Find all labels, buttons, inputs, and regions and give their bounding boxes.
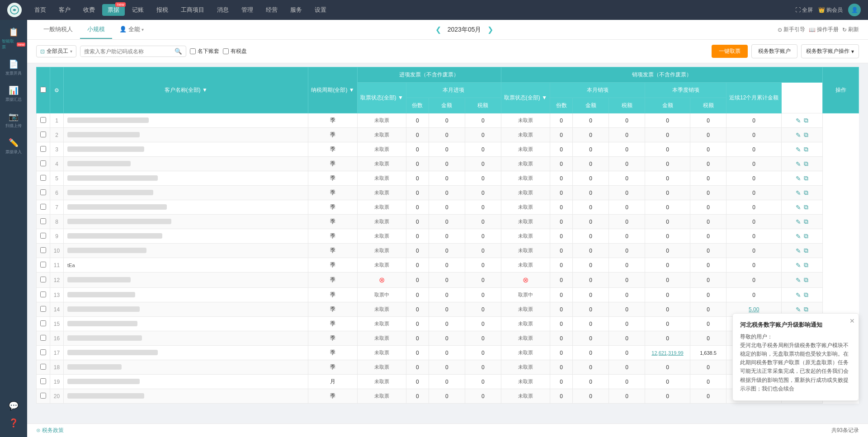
tax-digital-ops-btn[interactable]: 税务数字账户操作 ▾ bbox=[801, 44, 859, 58]
copy-icon[interactable]: ⧉ bbox=[804, 203, 808, 211]
nav-fee[interactable]: 收费 bbox=[78, 4, 100, 16]
nav-service[interactable]: 服务 bbox=[285, 4, 307, 16]
edit-icon[interactable]: ✎ bbox=[796, 277, 801, 284]
edit-icon[interactable]: ✎ bbox=[796, 175, 801, 182]
row-checkbox[interactable] bbox=[40, 335, 46, 341]
tax-policy-link[interactable]: ⊙ 税务政策 bbox=[36, 427, 64, 434]
edit-icon[interactable]: ✎ bbox=[796, 233, 801, 240]
copy-icon[interactable]: ⧉ bbox=[804, 232, 808, 240]
tab-all[interactable]: 👤 全能 ▾ bbox=[112, 21, 151, 39]
th-out-status[interactable]: 取票状态(全部) ▼ bbox=[501, 83, 550, 113]
row-checkbox[interactable] bbox=[40, 320, 46, 326]
row-checkbox[interactable] bbox=[40, 378, 46, 384]
row-checkbox[interactable] bbox=[40, 146, 46, 152]
edit-icon[interactable]: ✎ bbox=[796, 146, 801, 153]
one-click-ticket-btn[interactable]: 一键取票 bbox=[712, 45, 748, 58]
employee-select[interactable]: ⊡ 全部员工 ▾ bbox=[36, 45, 76, 57]
next-month-btn[interactable]: ❯ bbox=[485, 24, 496, 35]
row-checkbox[interactable] bbox=[40, 247, 46, 253]
row-checkbox[interactable] bbox=[40, 175, 46, 181]
copy-icon[interactable]: ⧉ bbox=[804, 305, 808, 313]
edit-icon[interactable]: ✎ bbox=[796, 117, 801, 124]
copy-icon[interactable]: ⧉ bbox=[804, 160, 808, 168]
copy-icon[interactable]: ⧉ bbox=[804, 174, 808, 182]
edit-icon[interactable]: ✎ bbox=[796, 247, 801, 254]
edit-icon[interactable]: ✎ bbox=[796, 306, 801, 313]
nav-settings[interactable]: 设置 bbox=[309, 4, 332, 16]
nav-tax[interactable]: 报税 bbox=[151, 4, 174, 16]
tax-disk-checkbox[interactable] bbox=[223, 48, 229, 54]
sidebar-item-smart-ticket[interactable]: 📋 智能取票 new bbox=[0, 23, 27, 54]
nav-accounting[interactable]: 记账 bbox=[127, 4, 149, 16]
copy-icon[interactable]: ⧉ bbox=[804, 291, 808, 299]
row-checkbox[interactable] bbox=[40, 132, 46, 137]
fullscreen-btn[interactable]: ⛶ 全屏 bbox=[795, 6, 813, 14]
th-tax-cycle[interactable]: 纳税周期(全部) ▼ bbox=[308, 67, 357, 113]
select-all-checkbox[interactable] bbox=[40, 87, 46, 93]
sidebar-item-scan-upload[interactable]: 📷 扫描上传 bbox=[0, 108, 27, 132]
tax-disk-checkbox-label[interactable]: 有税盘 bbox=[223, 47, 247, 55]
copy-icon[interactable]: ⧉ bbox=[804, 247, 808, 254]
search-button[interactable]: 🔍 bbox=[171, 46, 186, 56]
search-input[interactable] bbox=[80, 47, 171, 56]
row-checkbox[interactable] bbox=[40, 349, 46, 355]
edit-icon[interactable]: ✎ bbox=[796, 160, 801, 168]
row-checkbox[interactable] bbox=[40, 233, 46, 239]
nav-manage[interactable]: 管理 bbox=[236, 4, 259, 16]
sidebar-item-chat[interactable]: 💬 bbox=[7, 397, 20, 414]
row-checkbox[interactable] bbox=[40, 218, 46, 224]
tab-small-scale[interactable]: 小规模 bbox=[80, 21, 112, 39]
edit-icon[interactable]: ✎ bbox=[796, 218, 801, 226]
sidebar-item-invoice-entry[interactable]: ✏️ 票据录入 bbox=[0, 134, 27, 159]
sidebar-item-invoice-summary[interactable]: 📊 票据汇总 bbox=[0, 82, 27, 106]
copy-icon[interactable]: ⧉ bbox=[804, 131, 808, 139]
user-avatar[interactable]: 👤 bbox=[848, 4, 861, 16]
edit-icon[interactable]: ✎ bbox=[796, 262, 801, 269]
edit-icon[interactable]: ✎ bbox=[796, 291, 801, 299]
actions-cell: ✎ ⧉ bbox=[782, 113, 823, 128]
manual-btn[interactable]: 📖 操作手册 bbox=[809, 26, 839, 33]
sidebar-item-help[interactable]: ❓ bbox=[7, 414, 20, 432]
sidebar-item-invoice-issue[interactable]: 📄 发票开具 bbox=[0, 56, 27, 80]
row-checkbox[interactable] bbox=[40, 393, 46, 399]
row-checkbox[interactable] bbox=[40, 306, 46, 312]
row-checkbox[interactable] bbox=[40, 291, 46, 297]
row-checkbox[interactable] bbox=[40, 277, 46, 282]
nav-invoice[interactable]: 票据 new bbox=[102, 4, 125, 16]
row-checkbox[interactable] bbox=[40, 364, 46, 370]
nav-message[interactable]: 消息 bbox=[212, 4, 234, 16]
logo[interactable] bbox=[7, 3, 22, 17]
ledger-checkbox[interactable] bbox=[190, 48, 196, 54]
tab-general-taxpayer[interactable]: 一般纳税人 bbox=[36, 21, 80, 39]
row-checkbox[interactable] bbox=[40, 262, 46, 268]
prev-month-btn[interactable]: ❮ bbox=[433, 24, 444, 35]
copy-icon[interactable]: ⧉ bbox=[804, 218, 808, 226]
copy-icon[interactable]: ⧉ bbox=[804, 276, 808, 284]
tax-digital-account-btn[interactable]: 税务数字账户 bbox=[751, 44, 797, 58]
nav-customer[interactable]: 客户 bbox=[53, 4, 76, 16]
nav-operations[interactable]: 经营 bbox=[260, 4, 283, 16]
copy-icon[interactable]: ⧉ bbox=[804, 117, 808, 124]
ledger-checkbox-label[interactable]: 名下账套 bbox=[190, 47, 219, 55]
q-amount: 0 bbox=[666, 379, 669, 385]
nav-business[interactable]: 工商项目 bbox=[175, 4, 210, 16]
q-amount: 0 bbox=[666, 335, 669, 342]
member-btn[interactable]: 👑 购会员 bbox=[818, 6, 843, 14]
copy-icon[interactable]: ⧉ bbox=[804, 261, 808, 269]
copy-icon[interactable]: ⧉ bbox=[804, 189, 808, 197]
th-in-status[interactable]: 取票状态(全部) ▼ bbox=[357, 83, 406, 113]
row-checkbox[interactable] bbox=[40, 189, 46, 195]
th-client-name[interactable]: 客户名称(全部) ▼ bbox=[64, 67, 308, 113]
row-checkbox[interactable] bbox=[40, 117, 46, 123]
copy-icon[interactable]: ⧉ bbox=[804, 146, 808, 153]
refresh-btn[interactable]: ↻ 刷新 bbox=[842, 26, 859, 33]
nav-home[interactable]: 首页 bbox=[29, 4, 52, 16]
in-tax-cell: 0 bbox=[465, 215, 501, 229]
row-checkbox[interactable] bbox=[40, 160, 46, 166]
row-checkbox[interactable] bbox=[40, 204, 46, 210]
edit-icon[interactable]: ✎ bbox=[796, 204, 801, 211]
edit-icon[interactable]: ✎ bbox=[796, 189, 801, 197]
edit-icon[interactable]: ✎ bbox=[796, 132, 801, 139]
notification-close-btn[interactable]: ✕ bbox=[849, 317, 855, 324]
new-guide-btn[interactable]: ⊙ 新手引导 bbox=[778, 26, 805, 33]
